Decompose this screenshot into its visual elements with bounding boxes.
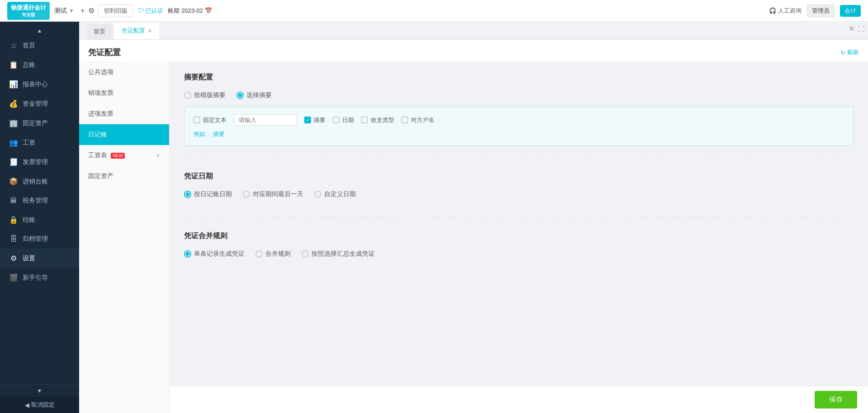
sidebar-item-assets[interactable]: 🏢 固定资产 <box>0 113 79 133</box>
sidebar-item-reports[interactable]: 📊 报表中心 <box>0 75 79 94</box>
manager-button[interactable]: 管理员 <box>807 5 835 17</box>
role-badge: 会计 <box>840 5 861 17</box>
config-menu-item-journal[interactable]: 日记账 <box>79 124 169 145</box>
radio-circle-select-summary <box>236 92 244 99</box>
radio-by-selection[interactable]: 按照选择汇总生成凭证 <box>302 250 375 258</box>
checkbox-date[interactable]: 日期 <box>333 116 354 124</box>
tab-voucher-config[interactable]: 凭证配置 ✕ <box>114 23 159 39</box>
sidebar-label-assets: 固定资产 <box>23 119 48 127</box>
arrow-icon: ∨ <box>156 152 160 159</box>
section-voucher-date: 凭证日期 按日记账日期 对应期间最后一天 <box>184 172 854 217</box>
tab-controls: ✕ ⛶ <box>849 24 864 33</box>
sidebar-scroll-down[interactable]: ▼ <box>0 384 79 397</box>
radio-circle-merge-rules <box>255 250 263 258</box>
refresh-label: 刷新 <box>847 48 859 56</box>
tab-close-icon[interactable]: ✕ <box>148 28 152 34</box>
logo: 畅捷通好会计 专业版 <box>7 2 50 20</box>
switch-old-version-button[interactable]: 切到旧版 <box>98 5 133 17</box>
radio-by-template[interactable]: 按模版摘要 <box>184 91 226 99</box>
sidebar-label-tax: 税务管理 <box>23 197 48 205</box>
checkbox-summary-box: ✓ <box>304 117 311 123</box>
sidebar-item-tax[interactable]: 🏛 税务管理 <box>0 191 79 210</box>
config-panel: 摘要配置 按模版摘要 选择摘要 <box>170 62 868 386</box>
radio-custom-date[interactable]: 自定义日期 <box>314 190 356 198</box>
radio-select-summary[interactable]: 选择摘要 <box>236 91 272 99</box>
expand-window-button[interactable]: ⛶ <box>858 24 864 33</box>
sidebar-item-invoices[interactable]: 🧾 发票管理 <box>0 152 79 172</box>
bottom-bar: 保存 <box>170 386 868 413</box>
headset-icon: 🎧 <box>769 7 776 14</box>
sidebar-item-archive[interactable]: 🗄 归档管理 <box>0 230 79 249</box>
sidebar-label-archive: 归档管理 <box>23 235 48 243</box>
sidebar-label-closing: 结账 <box>23 216 35 224</box>
sidebar-item-sales[interactable]: 📦 进销台账 <box>0 172 79 191</box>
closing-icon: 🔒 <box>9 216 18 224</box>
add-icon[interactable]: + <box>80 7 85 15</box>
topbar-actions: + ⚙ 切到旧版 <box>80 5 133 17</box>
checkbox-payment-type[interactable]: 收支类型 <box>361 116 394 124</box>
topbar-right: 🎧 人工咨询 管理员 会计 <box>769 5 861 17</box>
config-menu-item-public[interactable]: 公共选项 <box>79 62 169 83</box>
checkbox-counterpart[interactable]: 对方户名 <box>401 116 434 124</box>
config-menu-item-fixed-assets[interactable]: 固定资产 <box>79 166 169 187</box>
radio-circle-last-day <box>243 191 250 198</box>
radio-merge-rules[interactable]: 合并规则 <box>255 250 291 258</box>
verified-label: 已认证 <box>146 7 163 15</box>
config-layout: 公共选项 销项发票 进项发票 日记账 工资表 NEW ∨ <box>79 62 868 413</box>
period-selector[interactable]: 账期 2023-02 📅 <box>168 7 212 15</box>
close-window-button[interactable]: ✕ <box>849 24 854 33</box>
sidebar-item-settings[interactable]: ⚙ 设置 <box>0 249 79 268</box>
section-merge-rules: 凭证合并规则 单条记录生成凭证 合并规则 <box>184 231 854 276</box>
sidebar-item-guide[interactable]: 🎬 新手引导 <box>0 268 79 287</box>
consult-button[interactable]: 🎧 人工咨询 <box>769 7 802 15</box>
sidebar-label-ledger: 总账 <box>23 61 35 69</box>
radio-last-day[interactable]: 对应期间最后一天 <box>243 190 303 198</box>
home-icon: ⌂ <box>9 42 18 50</box>
company-dropdown-arrow: ▼ <box>69 8 74 14</box>
save-button[interactable]: 保存 <box>815 391 857 408</box>
calendar-icon[interactable]: 📅 <box>205 7 212 14</box>
summary-example: 例如： 摘要 <box>193 130 844 138</box>
fixed-text-input[interactable] <box>234 114 297 126</box>
company-selector[interactable]: 测试 ▼ <box>54 7 74 15</box>
config-menu-item-sales-invoice[interactable]: 销项发票 <box>79 83 169 103</box>
checkbox-fixed-text-box <box>193 117 200 123</box>
section-summary-title: 摘要配置 <box>184 73 854 82</box>
sidebar-label-settings: 设置 <box>23 254 35 263</box>
sidebar-label-payroll: 工资 <box>23 139 35 147</box>
voucher-date-radio-group: 按日记账日期 对应期间最后一天 自定义日期 <box>184 190 854 198</box>
sidebar-item-home[interactable]: ⌂ 首页 <box>0 36 79 55</box>
sidebar: ▲ ⌂ 首页 📋 总账 📊 报表中心 💰 资金管理 🏢 固定资产 <box>0 22 79 413</box>
sidebar-label-invoices: 发票管理 <box>23 158 48 166</box>
checkbox-summary[interactable]: ✓ 摘要 <box>304 116 326 124</box>
checkbox-fixed-text[interactable]: 固定文本 <box>193 116 226 124</box>
sidebar-label-funds: 资金管理 <box>23 100 48 108</box>
sidebar-scroll-up[interactable]: ▲ <box>0 25 79 36</box>
payroll-icon: 👥 <box>9 138 18 147</box>
tab-home[interactable]: 首页 <box>86 24 113 39</box>
sidebar-nav: ▲ ⌂ 首页 📋 总账 📊 报表中心 💰 资金管理 🏢 固定资产 <box>0 22 79 384</box>
radio-single-record[interactable]: 单条记录生成凭证 <box>184 250 245 258</box>
refresh-button[interactable]: ↻ 刷新 <box>840 48 859 56</box>
cancel-fixed-button[interactable]: ◀ 取消固定 <box>0 397 79 413</box>
reports-icon: 📊 <box>9 80 18 89</box>
radio-circle-journal-date <box>184 191 191 198</box>
radio-circle-by-selection <box>302 250 309 258</box>
sidebar-item-payroll[interactable]: 👥 工资 <box>0 133 79 152</box>
page-title: 凭证配置 <box>88 47 121 58</box>
settings-icon[interactable]: ⚙ <box>88 6 94 15</box>
summary-options-box: 固定文本 ✓ 摘要 日期 <box>184 107 854 146</box>
shield-icon: 🛡 <box>138 7 144 14</box>
config-menu-item-payroll-table[interactable]: 工资表 NEW ∨ <box>79 145 169 166</box>
ledger-icon: 📋 <box>9 61 18 69</box>
sidebar-item-closing[interactable]: 🔒 结账 <box>0 210 79 230</box>
config-menu-item-purchase-invoice[interactable]: 进项发票 <box>79 103 169 124</box>
example-value: 摘要 <box>213 131 225 137</box>
config-menu: 公共选项 销项发票 进项发票 日记账 工资表 NEW ∨ <box>79 62 170 413</box>
sidebar-item-funds[interactable]: 💰 资金管理 <box>0 94 79 113</box>
verified-status: 🛡 已认证 <box>138 7 163 15</box>
section-merge-rules-title: 凭证合并规则 <box>184 231 854 241</box>
radio-by-journal-date[interactable]: 按日记账日期 <box>184 190 232 198</box>
period-label: 账期 <box>168 7 179 15</box>
sidebar-item-ledger[interactable]: 📋 总账 <box>0 55 79 75</box>
